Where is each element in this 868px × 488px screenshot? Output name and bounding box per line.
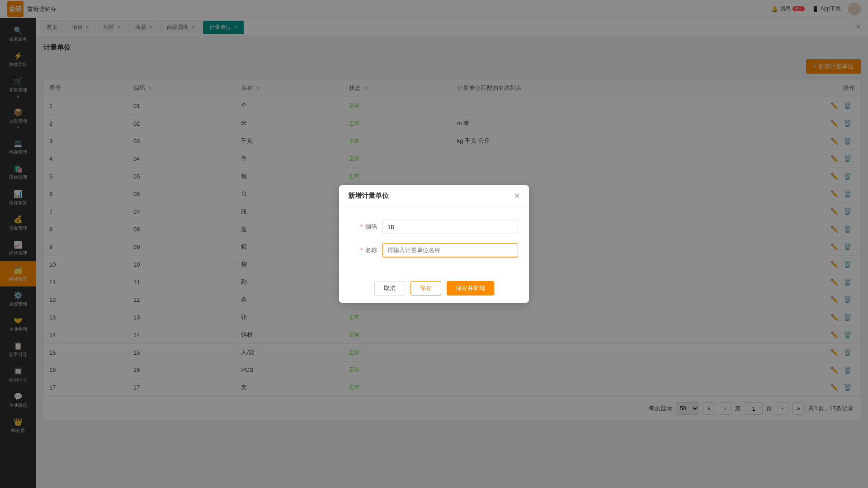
code-form-row: * 编码 <box>350 220 518 234</box>
modal-close-button[interactable]: ✕ <box>514 192 520 200</box>
name-label: * 名称 <box>350 246 377 254</box>
code-label: * 编码 <box>350 223 377 231</box>
add-unit-modal: 新增计量单位 ✕ * 编码 * 名称 取消 保存 保存并新增 <box>339 185 529 303</box>
modal-overlay[interactable]: 新增计量单位 ✕ * 编码 * 名称 取消 保存 保存并新增 <box>0 0 868 488</box>
code-input[interactable] <box>382 220 518 234</box>
name-form-row: * 名称 <box>350 243 518 258</box>
save-new-button[interactable]: 保存并新增 <box>447 281 494 296</box>
modal-title: 新增计量单位 <box>348 192 389 200</box>
cancel-button[interactable]: 取消 <box>374 281 405 296</box>
modal-footer: 取消 保存 保存并新增 <box>339 276 529 303</box>
modal-body: * 编码 * 名称 <box>339 207 529 276</box>
modal-header: 新增计量单位 ✕ <box>339 185 529 207</box>
save-button[interactable]: 保存 <box>410 281 441 296</box>
name-input[interactable] <box>382 243 518 258</box>
